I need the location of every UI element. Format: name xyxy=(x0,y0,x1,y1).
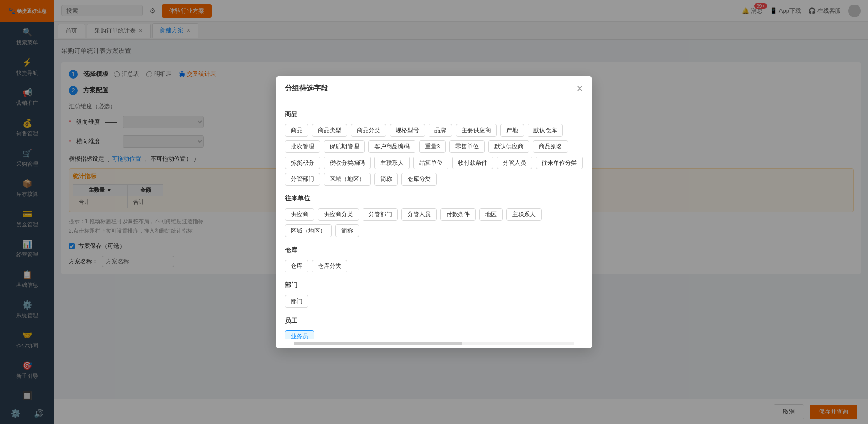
modal-horizontal-scrollbar[interactable] xyxy=(294,342,574,345)
field-tags-goods: 商品商品类型商品分类规格型号品牌主要供应商产地默认仓库批次管理保质期管理客户商品… xyxy=(285,124,583,186)
section-title-partners: 往来单位 xyxy=(285,195,583,203)
modal-overlay: 分组待选字段 ✕ 商品商品商品类型商品分类规格型号品牌主要供应商产地默认仓库批次… xyxy=(0,0,868,424)
field-tag-retail-unit[interactable]: 零售单位 xyxy=(449,140,485,153)
field-tag-from-unit-category[interactable]: 往来单位分类 xyxy=(536,157,583,169)
section-title-warehouse: 仓库 xyxy=(285,246,583,254)
field-tag-main-supplier[interactable]: 主要供应商 xyxy=(456,124,497,137)
field-tag-region[interactable]: 区域（地区） xyxy=(324,173,371,186)
field-tag-customer-code[interactable]: 客户商品编码 xyxy=(368,140,415,153)
field-tag-default-supplier[interactable]: 默认供应商 xyxy=(488,140,529,153)
modal-hscroll-area xyxy=(276,339,592,348)
field-tag-pick-points[interactable]: 拣货积分 xyxy=(285,157,320,169)
field-section-department: 部门部门 xyxy=(285,281,583,308)
field-tag-warehouse-category[interactable]: 仓库分类 xyxy=(401,173,437,186)
section-title-goods: 商品 xyxy=(285,110,583,119)
field-tag-dept[interactable]: 部门 xyxy=(285,295,308,308)
field-tags-employee: 业务员 xyxy=(285,330,583,339)
field-tag-quality-mgmt[interactable]: 保质期管理 xyxy=(324,140,365,153)
field-tag-main-contact2[interactable]: 主联系人 xyxy=(506,208,542,221)
field-tag-weight3[interactable]: 重量3 xyxy=(419,140,446,153)
field-tag-payment-cond[interactable]: 付款条件 xyxy=(440,208,476,221)
section-title-department: 部门 xyxy=(285,281,583,290)
field-tag-batch-mgmt[interactable]: 批次管理 xyxy=(285,140,320,153)
field-section-employee: 员工业务员 xyxy=(285,317,583,339)
field-tag-goods-type[interactable]: 商品类型 xyxy=(312,124,347,137)
field-tag-supplier-category[interactable]: 供应商分类 xyxy=(318,208,359,221)
field-tags-warehouse: 仓库仓库分类 xyxy=(285,260,583,272)
field-tag-mgmt-dept[interactable]: 分管部门 xyxy=(285,173,320,186)
field-tag-wh-cat[interactable]: 仓库分类 xyxy=(312,260,347,272)
field-tag-default-warehouse[interactable]: 默认仓库 xyxy=(528,124,563,137)
field-tag-manager2[interactable]: 分管人员 xyxy=(401,208,437,221)
field-tag-main-contact[interactable]: 主联系人 xyxy=(374,157,410,169)
field-tag-region3[interactable]: 区域（地区） xyxy=(285,224,332,237)
field-tag-settlement-unit[interactable]: 结算单位 xyxy=(413,157,448,169)
modal-header: 分组待选字段 ✕ xyxy=(276,76,592,101)
field-tag-manager[interactable]: 分管人员 xyxy=(497,157,532,169)
field-tag-short2[interactable]: 简称 xyxy=(335,224,359,237)
field-tag-dept2[interactable]: 分管部门 xyxy=(363,208,398,221)
modal-title: 分组待选字段 xyxy=(285,84,328,93)
field-tag-alias[interactable]: 商品别名 xyxy=(533,140,568,153)
field-tag-wh[interactable]: 仓库 xyxy=(285,260,308,272)
field-tag-region2[interactable]: 地区 xyxy=(479,208,503,221)
field-tag-tax-code[interactable]: 税收分类编码 xyxy=(324,157,371,169)
field-tag-brand[interactable]: 品牌 xyxy=(429,124,452,137)
modal-close-button[interactable]: ✕ xyxy=(576,84,583,94)
modal: 分组待选字段 ✕ 商品商品商品类型商品分类规格型号品牌主要供应商产地默认仓库批次… xyxy=(276,76,592,348)
field-tag-supplier[interactable]: 供应商 xyxy=(285,208,314,221)
field-tag-short-name[interactable]: 简称 xyxy=(374,173,398,186)
field-tags-partners: 供应商供应商分类分管部门分管人员付款条件地区主联系人区域（地区）简称 xyxy=(285,208,583,237)
field-tag-payment-terms[interactable]: 收付款条件 xyxy=(452,157,493,169)
field-section-goods: 商品商品商品类型商品分类规格型号品牌主要供应商产地默认仓库批次管理保质期管理客户… xyxy=(285,110,583,186)
field-section-warehouse: 仓库仓库仓库分类 xyxy=(285,246,583,272)
modal-hscroll-thumb xyxy=(294,342,462,345)
field-tag-goods[interactable]: 商品 xyxy=(285,124,308,137)
field-tag-origin[interactable]: 产地 xyxy=(500,124,524,137)
field-tag-goods-category[interactable]: 商品分类 xyxy=(351,124,386,137)
field-section-partners: 往来单位供应商供应商分类分管部门分管人员付款条件地区主联系人区域（地区）简称 xyxy=(285,195,583,237)
modal-body: 商品商品商品类型商品分类规格型号品牌主要供应商产地默认仓库批次管理保质期管理客户… xyxy=(276,101,592,339)
field-tag-spec-type[interactable]: 规格型号 xyxy=(390,124,425,137)
section-title-employee: 员工 xyxy=(285,317,583,325)
field-tags-department: 部门 xyxy=(285,295,583,308)
field-tag-salesperson[interactable]: 业务员 xyxy=(285,330,314,339)
